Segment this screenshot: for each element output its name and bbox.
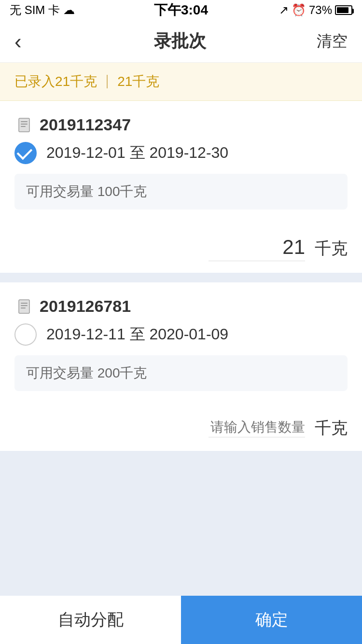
svg-rect-5 xyxy=(21,303,28,304)
svg-rect-2 xyxy=(21,124,28,125)
batch-1-quantity-input[interactable] xyxy=(209,236,305,259)
batch-1-header: 2019112347 xyxy=(14,115,348,134)
page-title: 录批次 xyxy=(154,29,206,53)
svg-rect-4 xyxy=(19,300,29,313)
batch-doc-icon-1 xyxy=(14,116,35,134)
batch-2-id: 2019126781 xyxy=(40,297,131,316)
batch-1-date: 2019-12-01 至 2019-12-30 xyxy=(46,142,228,164)
status-bar-left: 无 SIM 卡 ☁ xyxy=(10,2,75,18)
batch-2-quantity-row: 千克 xyxy=(0,406,362,451)
info-recorded-label: 已录入21千克 xyxy=(14,72,97,91)
batch-item-1: 2019112347 2019-12-01 至 2019-12-30 可用交易量… xyxy=(0,101,362,273)
svg-rect-1 xyxy=(21,121,28,122)
batch-1-radio[interactable] xyxy=(14,142,37,164)
info-divider xyxy=(107,75,108,88)
batch-2-quantity-underline xyxy=(209,437,305,437)
svg-rect-7 xyxy=(21,308,26,308)
batch-1-row: 2019-12-01 至 2019-12-30 xyxy=(14,142,348,164)
batch-2-quantity-input[interactable] xyxy=(209,420,305,435)
batch-1-available: 可用交易量 100千克 xyxy=(14,174,348,210)
alarm-icon: ⏰ xyxy=(292,3,306,17)
batch-1-unit: 千克 xyxy=(315,238,348,260)
batch-item-2-content: 2019126781 2019-12-11 至 2020-01-09 可用交易量… xyxy=(0,282,362,406)
batch-1-quantity-underline xyxy=(209,261,305,261)
batch-2-radio[interactable] xyxy=(14,323,37,346)
svg-rect-0 xyxy=(19,118,29,132)
sim-status: 无 SIM 卡 ☁ xyxy=(10,2,75,18)
info-banner: 已录入21千克 21千克 xyxy=(0,63,362,101)
batch-item-2: 2019126781 2019-12-11 至 2020-01-09 可用交易量… xyxy=(0,282,362,451)
status-bar-time: 下午3:04 xyxy=(154,1,208,19)
clear-button[interactable]: 清空 xyxy=(317,31,348,52)
bottom-buttons: 自动分配 确定 xyxy=(0,596,362,644)
batch-1-quantity-row: 千克 xyxy=(0,224,362,273)
batch-1-id: 2019112347 xyxy=(40,115,131,134)
batch-2-date: 2019-12-11 至 2020-01-09 xyxy=(46,324,228,345)
confirm-button[interactable]: 确定 xyxy=(181,596,362,644)
svg-rect-3 xyxy=(21,126,26,127)
status-bar-right: ↗ ⏰ 73% xyxy=(279,3,352,17)
batch-item-1-content: 2019112347 2019-12-01 至 2019-12-30 可用交易量… xyxy=(0,101,362,224)
batch-2-header: 2019126781 xyxy=(14,297,348,316)
battery-label: 73% xyxy=(309,3,332,17)
back-button[interactable]: ‹ xyxy=(14,29,43,54)
status-bar: 无 SIM 卡 ☁ 下午3:04 ↗ ⏰ 73% xyxy=(0,0,362,20)
separator-1 xyxy=(0,273,362,282)
batch-2-available: 可用交易量 200千克 xyxy=(14,355,348,391)
battery-icon xyxy=(335,5,352,15)
auto-distribute-button[interactable]: 自动分配 xyxy=(0,596,181,644)
nav-bar: ‹ 录批次 清空 xyxy=(0,20,362,63)
batch-2-unit: 千克 xyxy=(315,417,348,439)
batch-doc-icon-2 xyxy=(14,297,35,316)
batch-2-row: 2019-12-11 至 2020-01-09 xyxy=(14,323,348,346)
info-value: 21千克 xyxy=(117,72,159,91)
location-icon: ↗ xyxy=(279,3,289,17)
svg-rect-6 xyxy=(21,305,28,306)
